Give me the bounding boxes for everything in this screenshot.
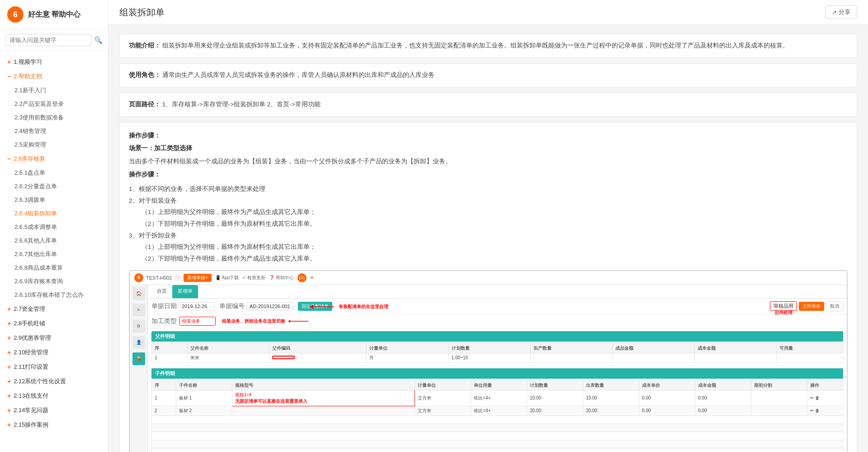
sidebar-item-docs[interactable]: − 2.帮助文档 [0,69,108,84]
mock-td: 依比=4+ [471,390,527,406]
mock-td-name: 米米 [187,353,269,362]
sidebar-sub-label: 2.6.2分量盘点单 [14,182,57,190]
mock-td: 板材 1 [176,390,232,406]
share-icon: ↗ [832,9,837,16]
sidebar-item-stock-error[interactable]: 2.6.10库存账本错了怎么办 [0,288,108,302]
mock-th-spec: 规格型号 [232,381,415,390]
annotation2-arrow [288,318,311,325]
mock-td-code [269,353,366,362]
sidebar-item-assemble[interactable]: 2.6.4组装拆卸单 [0,207,108,220]
mock-th-cost-amount: 成本金额 [695,381,751,390]
mock-date-field: 单据日期 2019-12-26 [151,302,215,310]
sidebar-item-sales[interactable]: 2.4销售管理 [0,124,108,138]
mock-nav-settings[interactable]: ⚙ [132,320,145,333]
path-label: 页面路径： [129,101,160,108]
mock-th-split: 期初分割 [751,381,807,390]
mock-nav-active[interactable]: 📦 [132,352,145,365]
logo-icon: 6 [7,6,24,23]
mock-order-value[interactable]: AD-20191226-001 [246,302,293,310]
sidebar-item-cost-recalc[interactable]: 2.6.8商品成本重算 [0,261,108,275]
minus-icon: − [7,155,11,162]
annotation4-text: 无固定清单可以直接在这里置里录入 [235,398,412,404]
sidebar-item-install[interactable]: 2.2产品安装及登录 [0,97,108,111]
role-text: 通常由生产人员或库管人员完成拆装业务的操作，库管人员确认原材料的出库和产成品的入… [162,71,434,78]
sidebar-item-personalize[interactable]: + 2.12系统个性化设置 [0,374,108,389]
mock-refresh-icon [175,275,181,281]
sidebar-item-stock-query[interactable]: 2.6.9库存账本查询 [0,275,108,288]
mock-new-btn[interactable]: 新增单据+ [184,274,212,282]
mock-td: 20.00 [527,406,583,415]
sidebar-item-video[interactable]: + 1.视频学习 [0,55,108,69]
mock-th-plan: 计划数量 [448,343,530,353]
mock-cancel-btn[interactable]: 取消 [826,301,843,311]
sidebar-item-online-pay[interactable]: + 2.13在线支付 [0,389,108,403]
sidebar-item-new-user[interactable]: 2.1新手入门 [0,84,108,97]
mock-nav-home[interactable]: 🏠 [132,287,145,300]
sidebar-item-count[interactable]: 2.6.1盘点单 [0,166,108,180]
main-header: 组装拆卸单 ↗ 分享 [108,0,868,25]
sidebar: 6 好生意 帮助中心 🔍 + 1.视频学习 − 2.帮助文档 2.1新手入门 2… [0,0,108,452]
intro-text: 组装拆卸单用来处理企业组装或拆卸等加工业务，支持有固定装配清单的产品加工业务，也… [162,42,789,49]
sidebar-item-other-in[interactable]: 2.6.6其他入库单 [0,234,108,247]
table-row [152,415,843,423]
mock-td: 20.00 [583,406,639,415]
mock-assemble-btn-area: 固定装配清单 有装配清单的在这里处理 [298,302,388,311]
mock-top-check: ✓ 检查更新 [242,275,265,281]
mock-order-label: 单据编号 [219,302,245,310]
sidebar-item-purchase[interactable]: 2.5采购管理 [0,138,108,152]
mock-type-value[interactable]: 组装业务 [179,317,216,326]
sidebar-item-coupon[interactable]: + 2.9优惠券管理 [0,331,108,345]
sidebar-sub-label: 2.6.1盘点单 [14,169,45,177]
share-button[interactable]: ↗ 分享 [825,5,857,19]
mock-date-label: 单据日期 [151,302,177,310]
mock-save-btn[interactable]: 立即保存 [799,302,824,311]
mock-type-row: 加工类型 组装业务 组装业务、拆卸业务在这里切换 [148,314,847,328]
mock-td-seq: 1 [152,353,188,362]
table-row [152,440,843,448]
sidebar-item-faq[interactable]: + 2.14常见问题 [0,403,108,418]
search-input[interactable] [5,34,91,46]
sidebar-item-data-prep[interactable]: 2.3使用前数据准备 [0,111,108,124]
mock-close[interactable]: ✕ [310,275,314,280]
sidebar-item-cases[interactable]: + 2.15操作案例 [0,418,108,432]
sidebar-item-mobile[interactable]: + 2.8手机旺铺 [0,316,108,331]
sidebar-item-print[interactable]: + 2.11打印设置 [0,360,108,374]
sidebar-item-inventory[interactable]: − 2.6库存核算 [0,152,108,166]
mock-td: 0.00 [639,406,695,415]
path-text: 1、库存核算->库存管理->组装拆卸单 2、首页->常用功能 [162,101,321,108]
sidebar-item-adjust[interactable]: 2.6.3调拨单 [0,193,108,207]
scene1-desc: 当由多个子件材料组装成一个成品的业务为【组装】业务，当由一个父件拆分成多个子产品… [129,156,848,167]
search-button[interactable]: 🔍 [94,36,103,44]
mock-code-input[interactable] [272,356,295,359]
sidebar-item-other-out[interactable]: 2.6.7其他出库单 [0,247,108,261]
mock-tab-new[interactable]: 新增单 [172,285,198,298]
annotation2-text: 组装业务、拆卸业务在这里切换 [222,318,285,324]
sidebar-item-finance[interactable]: + 2.7资金管理 [0,302,108,316]
mock-td: 规格1=4 无固定清单可以直接在这里置里录入 [232,390,415,406]
sidebar-item-label: 2.帮助文档 [14,72,42,81]
mock-nav-list[interactable]: ≡ [132,304,145,316]
mock-left-nav: 🏠 ≡ ⚙ 👤 📦 [130,285,148,452]
screenshot-container: 6 TEST-H002 新增单据+ 📱 App下载 ✓ 检查更新 ❓ 帮助中心 … [129,270,848,452]
mock-child-section: 子件明细 序 子件名称 规格型号 计量单位 单位用量 [148,366,847,452]
sidebar-item-partial-count[interactable]: 2.6.2分量盘点单 [0,180,108,193]
sidebar-item-cost-adjust[interactable]: 2.6.5成本调整单 [0,220,108,234]
mock-window: 6 TEST-H002 新增单据+ 📱 App下载 ✓ 检查更新 ❓ 帮助中心 … [129,271,847,452]
sidebar-sub-label: 2.6.7其他出库单 [14,250,57,258]
plus-icon: + [7,407,11,414]
mock-nav-person[interactable]: 👤 [132,336,145,349]
mock-tab-list[interactable]: 自页 [151,285,172,298]
share-label: 分享 [839,8,850,16]
mock-td [751,406,807,415]
mock-date-value[interactable]: 2019-12-26 [179,302,215,310]
mock-td-avail [776,353,843,362]
mock-td-unit: 升 [367,353,448,362]
sidebar-item-ops[interactable]: + 2.10经营管理 [0,345,108,360]
mock-td-product [613,353,694,362]
mock-td: ✏ 🗑 [807,390,843,406]
mock-td [751,390,807,406]
plus-icon: + [7,392,11,400]
table-row: 1 米米 升 1.00~10 [152,353,843,362]
mock-right-actions: 审核品用 启用处理 立即保存 取消 [770,301,843,311]
sidebar-sub-label: 2.6.8商品成本重算 [14,264,63,272]
